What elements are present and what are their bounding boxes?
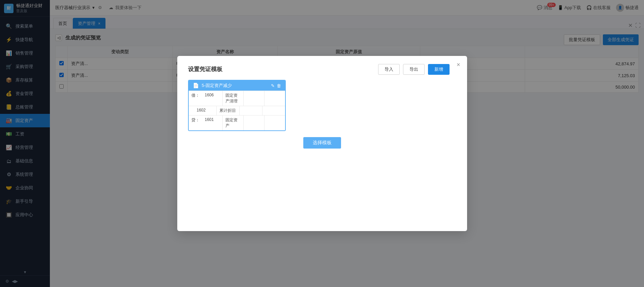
template-edit-icon[interactable]: ✎ bbox=[271, 83, 275, 88]
export-button[interactable]: 导出 bbox=[403, 64, 425, 75]
entry-credit-1 bbox=[263, 106, 285, 115]
modal-overlay: 设置凭证模板 × 导入 导出 新增 📄 5-固定资产减少 ✎ 🗑 借： 1606 bbox=[0, 0, 644, 287]
new-template-button[interactable]: 新增 bbox=[428, 64, 450, 75]
template-entry-row: 贷： 1601 固定资产 bbox=[189, 115, 285, 130]
template-card-header: 📄 5-固定资产减少 ✎ 🗑 bbox=[189, 81, 285, 91]
template-doc-icon: 📄 bbox=[193, 83, 199, 89]
template-delete-icon[interactable]: 🗑 bbox=[277, 83, 281, 88]
template-card-actions: ✎ 🗑 bbox=[271, 83, 281, 88]
import-button[interactable]: 导入 bbox=[378, 64, 400, 75]
template-card-title: 📄 5-固定资产减少 bbox=[193, 83, 232, 89]
entry-code-0: 1606 bbox=[202, 91, 223, 106]
entry-type-0: 借： bbox=[189, 91, 202, 106]
template-card-body: 借： 1606 固定资产清理 1602 累计折旧 贷： 1601 固定资产 bbox=[189, 91, 285, 130]
select-template-button[interactable]: 选择模板 bbox=[303, 137, 341, 149]
entry-name-1: 累计折旧 bbox=[217, 106, 240, 115]
template-entry-row: 1602 累计折旧 bbox=[189, 106, 285, 115]
entry-credit-2 bbox=[265, 116, 285, 130]
modal-set-template: 设置凭证模板 × 导入 导出 新增 📄 5-固定资产减少 ✎ 🗑 借： 1606 bbox=[177, 56, 467, 231]
entry-name-0: 固定资产清理 bbox=[223, 91, 244, 106]
modal-close-button[interactable]: × bbox=[457, 61, 460, 68]
entry-code-2: 1601 bbox=[202, 116, 223, 130]
entry-code-1: 1602 bbox=[194, 106, 217, 115]
entry-type-1 bbox=[189, 106, 194, 115]
template-entry-row: 借： 1606 固定资产清理 bbox=[189, 91, 285, 106]
entry-type-2: 贷： bbox=[189, 116, 202, 130]
entry-debit-2 bbox=[244, 116, 265, 130]
modal-actions: 导入 导出 新增 bbox=[378, 64, 450, 75]
entry-debit-1 bbox=[240, 106, 263, 115]
entry-name-2: 固定资产 bbox=[223, 116, 244, 130]
template-name: 5-固定资产减少 bbox=[202, 83, 232, 89]
template-card: 📄 5-固定资产减少 ✎ 🗑 借： 1606 固定资产清理 1602 累计折旧 … bbox=[188, 80, 286, 131]
entry-credit-0 bbox=[265, 91, 285, 106]
entry-debit-0 bbox=[244, 91, 265, 106]
